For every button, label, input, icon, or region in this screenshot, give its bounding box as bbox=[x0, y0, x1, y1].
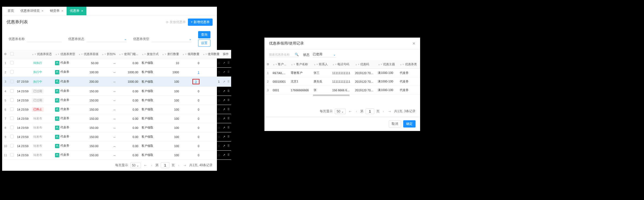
col-phone[interactable]: ▲▼电话号码 bbox=[331, 60, 354, 69]
prev-page-icon[interactable]: ‹ bbox=[150, 163, 153, 167]
col-cust-code[interactable]: ▲▼客户... bbox=[271, 60, 289, 69]
share-icon[interactable]: ↗ bbox=[223, 80, 225, 83]
col-used[interactable]: ▲▼领用数量 bbox=[181, 50, 201, 59]
col-threshold[interactable]: ▲▼使用门槛... bbox=[117, 50, 140, 59]
qrcode-icon[interactable]: ⠿ bbox=[227, 70, 230, 74]
row-checkbox[interactable] bbox=[9, 77, 15, 87]
search-input[interactable] bbox=[269, 53, 293, 56]
table-row[interactable]: 1014 23:59待发布代代金券150.00--0.00客户领取10000↗⠿ bbox=[2, 141, 231, 151]
page-input[interactable] bbox=[161, 162, 169, 168]
table-row[interactable]: 200010001北京1唐先生111111111112019120 70...满… bbox=[265, 77, 420, 86]
sort-icon: ▲▼ bbox=[141, 53, 146, 55]
close-icon[interactable]: ✕ bbox=[412, 41, 416, 46]
used-count-link[interactable]: 1 bbox=[198, 71, 199, 74]
row-checkbox[interactable] bbox=[9, 114, 15, 123]
table-row[interactable]: 307 23:59执行中代代金券200.00--1000.00客户领取10031… bbox=[2, 77, 231, 87]
first-page-icon[interactable]: ⇤ bbox=[348, 110, 353, 113]
prev-page-icon[interactable]: ‹ bbox=[355, 110, 358, 113]
action-icons: ↗⠿ bbox=[223, 99, 230, 102]
table-row[interactable]: 814 23:59待发布代代金券150.00--0.00客户领取10000↗⠿ bbox=[2, 123, 231, 132]
table-row[interactable]: 1RETAIL...零散客户张三111111111112019120 70...… bbox=[265, 69, 420, 77]
checkbox-header[interactable] bbox=[9, 50, 15, 59]
action-icons[interactable]: ↗⠿ bbox=[223, 70, 230, 74]
col-type[interactable]: ▲▼优惠券类型 bbox=[53, 50, 77, 59]
col-cust-name[interactable]: ▲▼客户名称 bbox=[289, 60, 312, 69]
gear-header[interactable]: ⚙ bbox=[265, 60, 271, 69]
table-row[interactable]: 3000117666666666张156 6666 6...2019120 70… bbox=[265, 86, 420, 94]
last-page-icon[interactable]: ⇥ bbox=[182, 163, 187, 167]
table-row[interactable]: 614 23:59已终止代代金券150.00--0.00客户领取10000↗⠿ bbox=[2, 105, 231, 114]
page-input[interactable] bbox=[366, 108, 374, 114]
share-icon[interactable]: ↗ bbox=[223, 61, 225, 65]
col-status[interactable]: ▲▼优惠券状态 bbox=[30, 50, 53, 59]
per-page-select[interactable]: 50 ⌄ bbox=[335, 109, 346, 114]
voucher-icon: 代 bbox=[55, 144, 59, 148]
qrcode-icon: ⠿ bbox=[227, 108, 230, 111]
next-page-icon[interactable]: › bbox=[177, 163, 180, 167]
qrcode-icon[interactable]: ⠿ bbox=[227, 80, 230, 83]
col-issued[interactable]: ▲▼发行数量 bbox=[160, 50, 181, 59]
share-icon[interactable]: ↗ bbox=[223, 70, 225, 74]
row-checkbox[interactable] bbox=[9, 141, 15, 151]
table-row[interactable]: 2执行中代代金券100.00--1000.00客户领取100010↗⠿ bbox=[2, 68, 231, 77]
row-checkbox[interactable] bbox=[9, 68, 15, 77]
col-label: 优惠主题 bbox=[383, 63, 395, 66]
row-actions: ↗⠿ bbox=[221, 123, 231, 132]
close-icon[interactable]: ✕ bbox=[41, 9, 43, 12]
col-consumed[interactable]: ▲▼使用数量 bbox=[201, 50, 221, 59]
action-icons[interactable]: ↗⠿ bbox=[223, 80, 230, 83]
coupon-name-input[interactable] bbox=[27, 36, 62, 42]
used-count-link[interactable]: 3 bbox=[195, 80, 197, 83]
row-checkbox[interactable] bbox=[9, 151, 15, 160]
voucher-icon: 代 bbox=[55, 126, 59, 130]
table-row[interactable]: 1待执行代代金券50.00--0.00客户领取1000↗⠿ bbox=[2, 59, 231, 68]
tab-coupon-detail[interactable]: 优惠券详情页✕ bbox=[17, 7, 47, 15]
gear-icon: ⚙ bbox=[267, 63, 269, 66]
first-page-icon[interactable]: ⇤ bbox=[143, 163, 148, 167]
col-coupon-type[interactable]: ▲▼优惠券类 bbox=[398, 60, 420, 69]
last-page-icon[interactable]: ⇥ bbox=[387, 110, 392, 113]
row-number: 5 bbox=[2, 96, 9, 105]
tab-home[interactable]: 首页 bbox=[4, 7, 17, 15]
col-topic[interactable]: ▲▼优惠主题 bbox=[376, 60, 398, 69]
search-icon[interactable]: 🔍 bbox=[295, 53, 299, 56]
sort-icon: ▲▼ bbox=[332, 64, 337, 65]
tab-sales-order[interactable]: 销货单✕ bbox=[47, 7, 67, 15]
next-page-icon[interactable]: › bbox=[382, 110, 385, 113]
search-button[interactable]: 查询 bbox=[198, 31, 210, 38]
settings-button[interactable]: 设置 bbox=[198, 39, 210, 47]
status-select[interactable]: ⌄ bbox=[86, 36, 127, 42]
per-page-select[interactable]: 50 ⌄ bbox=[130, 163, 141, 168]
type-select[interactable]: ⌄ bbox=[151, 36, 192, 42]
tab-coupon[interactable]: 优惠券✕ bbox=[67, 7, 86, 15]
gear-header[interactable]: ⚙ bbox=[2, 50, 9, 59]
table-row[interactable]: 514 23:59已过期代代金券150.00--0.00客户领取10000↗⠿ bbox=[2, 96, 231, 105]
table-row[interactable]: 714 23:59待发布代代金券150.00--0.00客户领取10000↗⠿ bbox=[2, 114, 231, 123]
row-checkbox[interactable] bbox=[9, 123, 15, 132]
row-checkbox[interactable] bbox=[9, 59, 15, 68]
action-icons[interactable]: ↗⠿ bbox=[223, 61, 230, 65]
horizontal-scrollbar[interactable] bbox=[269, 94, 416, 96]
qrcode-icon[interactable]: ⠿ bbox=[227, 61, 230, 65]
row-checkbox[interactable] bbox=[9, 87, 15, 96]
add-coupon-button[interactable]: + 新增优惠券 bbox=[188, 19, 213, 26]
table-row[interactable]: 414 23:59已过期代代金券150.00--0.00客户领取10000↗⠿ bbox=[2, 87, 231, 96]
close-icon[interactable]: ✕ bbox=[81, 9, 83, 12]
table-row[interactable]: 1114 23:59待发布代代金券150.00--0.00客户领取10000↗⠿ bbox=[2, 151, 231, 160]
action-icons: ↗⠿ bbox=[223, 144, 230, 148]
row-number: 3 bbox=[265, 86, 271, 94]
col-method[interactable]: ▲▼发放方式 bbox=[140, 50, 160, 59]
col-face[interactable]: ▲▼优惠券面值 bbox=[77, 50, 100, 59]
col-discount[interactable]: ▲▼折扣% bbox=[100, 50, 117, 59]
row-checkbox[interactable] bbox=[9, 96, 15, 105]
ok-button[interactable]: 确定 bbox=[403, 120, 416, 128]
cancel-button[interactable]: 取消 bbox=[389, 120, 401, 128]
row-checkbox[interactable] bbox=[9, 105, 15, 114]
row-actions: ↗⠿ bbox=[221, 68, 231, 77]
col-contact[interactable]: ▲▼联系人 bbox=[312, 60, 330, 69]
table-row[interactable]: 914 23:59待发布代代金券150.00--0.00客户领取10000↗⠿ bbox=[2, 132, 231, 141]
status-select[interactable]: 已使用 ⌄ bbox=[313, 52, 336, 57]
col-coupon-code[interactable]: ▲▼优惠码 bbox=[353, 60, 376, 69]
row-checkbox[interactable] bbox=[9, 132, 15, 141]
close-icon[interactable]: ✕ bbox=[61, 9, 63, 12]
